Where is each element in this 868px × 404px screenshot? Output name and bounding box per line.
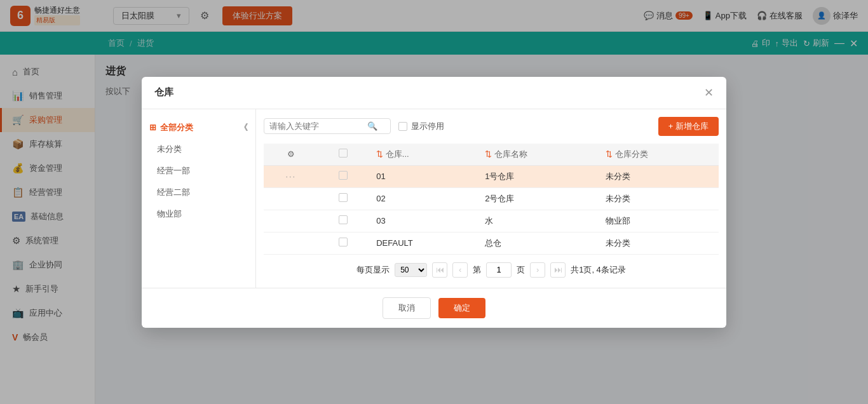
select-all-checkbox[interactable] <box>339 149 348 158</box>
sort-icon-2: ⇅ <box>485 149 492 159</box>
category-panel: ⊞ 全部分类 《 未分类 经营一部 经营二部 物业部 <box>142 109 256 288</box>
page-size-dropdown[interactable]: 50 10 20 100 <box>395 263 427 277</box>
table-panel: 🔍 显示停用 + 新增仓库 ⚙ <box>256 109 726 288</box>
modal-close-button[interactable]: ✕ <box>704 86 714 100</box>
table-row[interactable]: 02 2号仓库 未分类 <box>264 187 719 210</box>
table-toolbar: 🔍 显示停用 + 新增仓库 <box>264 117 719 136</box>
per-page-label: 每页显示 <box>356 264 390 276</box>
search-box: 🔍 <box>264 118 391 134</box>
pagination: 每页显示 50 10 20 100 ⏮ ‹ 第 页 › <box>264 255 719 280</box>
row-name-3: 水 <box>477 210 598 232</box>
row-code-4: DEFAULT <box>369 232 477 254</box>
first-page-button[interactable]: ⏮ <box>432 262 447 278</box>
th-settings: ⚙ <box>264 144 318 166</box>
modal-title: 仓库 <box>154 86 173 98</box>
table-header: ⚙ ⇅ 仓库... ⇅ <box>264 144 719 166</box>
row-category-4: 未分类 <box>598 232 719 254</box>
page-unit: 页 <box>517 264 525 276</box>
show-disabled-label: 显示停用 <box>411 121 444 132</box>
row-actions: ··· <box>264 165 318 187</box>
row-code-3: 03 <box>369 210 477 232</box>
add-warehouse-button[interactable]: + 新增仓库 <box>658 117 719 136</box>
total-info: 共1页, 4条记录 <box>571 264 626 276</box>
category-item-0[interactable]: 未分类 <box>142 138 255 160</box>
row-actions-3 <box>264 210 318 232</box>
category-item-1[interactable]: 经营一部 <box>142 160 255 182</box>
table-container: ⚙ ⇅ 仓库... ⇅ <box>264 144 719 255</box>
collapse-icon[interactable]: 《 <box>240 122 248 133</box>
row-category-2: 未分类 <box>598 187 719 210</box>
row-category-3: 物业部 <box>598 210 719 232</box>
row-category-1: 未分类 <box>598 165 719 187</box>
all-category-label: 全部分类 <box>160 122 193 133</box>
row-checkbox-2[interactable] <box>339 193 348 202</box>
category-item-2[interactable]: 经营二部 <box>142 182 255 203</box>
cancel-button[interactable]: 取消 <box>383 297 431 319</box>
row-check-4 <box>318 232 369 254</box>
prev-page-button[interactable]: ‹ <box>452 262 468 278</box>
row-checkbox-3[interactable] <box>339 215 348 224</box>
sort-icon: ⇅ <box>376 149 383 159</box>
warehouse-table: ⚙ ⇅ 仓库... ⇅ <box>264 144 719 255</box>
show-disabled-checkbox[interactable] <box>398 122 407 131</box>
row-name-1: 1号仓库 <box>477 165 598 187</box>
modal-footer: 取消 确定 <box>142 288 726 328</box>
row-actions-2 <box>264 187 318 210</box>
all-category-header[interactable]: ⊞ 全部分类 《 <box>142 117 255 138</box>
table-row[interactable]: 03 水 物业部 <box>264 210 719 232</box>
show-disabled-area: 显示停用 <box>398 121 444 132</box>
row-check-2 <box>318 187 369 210</box>
row-check-1 <box>318 165 369 187</box>
page-label: 第 <box>473 264 481 276</box>
settings-icon: ⚙ <box>287 149 295 159</box>
row-menu-1[interactable]: ··· <box>285 172 296 181</box>
row-name-4: 总仓 <box>477 232 598 254</box>
th-name: ⇅ 仓库名称 <box>477 144 598 166</box>
search-input[interactable] <box>269 121 365 131</box>
modal-overlay: 仓库 ✕ ⊞ 全部分类 《 未分类 经营一部 经营二部 <box>0 0 868 404</box>
modal-header: 仓库 ✕ <box>142 77 726 109</box>
page-input[interactable] <box>486 262 512 278</box>
category-item-3[interactable]: 物业部 <box>142 203 255 225</box>
last-page-button[interactable]: ⏭ <box>550 262 566 278</box>
row-name-2: 2号仓库 <box>477 187 598 210</box>
table-body: ··· 01 1号仓库 <box>264 165 719 254</box>
warehouse-modal: 仓库 ✕ ⊞ 全部分类 《 未分类 经营一部 经营二部 <box>142 77 726 328</box>
row-checkbox-1[interactable] <box>339 171 348 180</box>
sort-icon-3: ⇅ <box>606 149 613 159</box>
row-check-3 <box>318 210 369 232</box>
row-actions-4 <box>264 232 318 254</box>
modal-body: ⊞ 全部分类 《 未分类 经营一部 经营二部 物业部 <box>142 109 726 288</box>
search-icon: 🔍 <box>367 121 377 131</box>
th-checkbox <box>318 144 369 166</box>
row-code-2: 02 <box>369 187 477 210</box>
th-category: ⇅ 仓库分类 <box>598 144 719 166</box>
table-row[interactable]: DEFAULT 总仓 未分类 <box>264 232 719 254</box>
row-code-1: 01 <box>369 165 477 187</box>
table-row[interactable]: ··· 01 1号仓库 <box>264 165 719 187</box>
grid-icon: ⊞ <box>149 123 156 132</box>
row-checkbox-4[interactable] <box>339 238 348 246</box>
confirm-button[interactable]: 确定 <box>438 298 485 318</box>
next-page-button[interactable]: › <box>530 262 545 278</box>
page-size-select: 50 10 20 100 <box>395 263 427 277</box>
th-code: ⇅ 仓库... <box>369 144 477 166</box>
